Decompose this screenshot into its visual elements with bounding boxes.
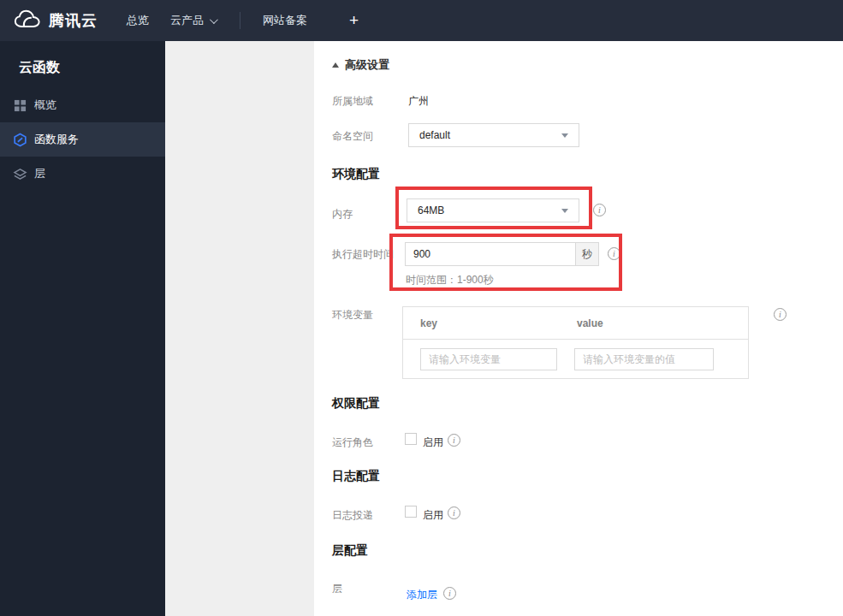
run-role-info-icon[interactable] bbox=[448, 434, 460, 447]
brand-name: 腾讯云 bbox=[49, 10, 98, 31]
chevron-down-icon bbox=[210, 15, 218, 24]
sidebar-item-function-service[interactable]: 函数服务 bbox=[0, 122, 165, 157]
nav-products[interactable]: 云产品 bbox=[170, 13, 216, 28]
sidebar: 云函数 概览 函数服务 bbox=[0, 41, 165, 616]
memory-label: 内存 bbox=[332, 207, 353, 222]
add-layer-link[interactable]: 添加层 bbox=[407, 588, 437, 602]
section-env-config: 环境配置 bbox=[332, 167, 380, 182]
scf-hexagon-icon bbox=[12, 132, 27, 147]
log-delivery-enable-label[interactable]: 启用 bbox=[423, 508, 443, 523]
env-key-input[interactable] bbox=[420, 348, 557, 370]
timeout-label: 执行超时时间 bbox=[332, 247, 394, 262]
advanced-settings-toggle[interactable]: 高级设置 bbox=[332, 57, 389, 73]
add-tab-button[interactable]: + bbox=[349, 11, 359, 30]
run-role-label: 运行角色 bbox=[332, 435, 373, 450]
timeout-input[interactable] bbox=[405, 242, 576, 266]
env-value-header: value bbox=[577, 317, 603, 329]
sidebar-item-label: 概览 bbox=[34, 98, 56, 113]
section-log-config: 日志配置 bbox=[332, 469, 380, 484]
brand-logo[interactable]: 腾讯云 bbox=[14, 9, 98, 33]
env-key-header: key bbox=[420, 317, 437, 329]
collapse-triangle-icon bbox=[332, 62, 339, 68]
chevron-down-icon bbox=[561, 133, 568, 138]
topbar-divider bbox=[240, 12, 240, 29]
secondary-panel bbox=[165, 41, 314, 616]
env-vars-label: 环境变量 bbox=[332, 308, 373, 323]
run-role-checkbox[interactable] bbox=[405, 433, 417, 445]
log-delivery-label: 日志投递 bbox=[332, 508, 373, 523]
topbar: 腾讯云 总览 云产品 网站备案 + bbox=[0, 0, 843, 41]
sidebar-item-overview[interactable]: 概览 bbox=[0, 88, 165, 122]
timeout-info-icon[interactable] bbox=[608, 247, 620, 260]
nav-overview[interactable]: 总览 bbox=[127, 13, 149, 28]
sidebar-item-label: 函数服务 bbox=[34, 132, 79, 147]
section-layer-config: 层配置 bbox=[332, 543, 368, 559]
layer-info-icon[interactable] bbox=[443, 587, 456, 600]
run-role-enable-label[interactable]: 启用 bbox=[423, 435, 443, 450]
timeout-hint: 时间范围：1-900秒 bbox=[406, 273, 494, 287]
chevron-down-icon bbox=[561, 209, 568, 213]
memory-info-icon[interactable] bbox=[593, 204, 606, 216]
settings-form: 高级设置 所属地域 广州 命名空间 default 环境配置 内存 64MB 执… bbox=[314, 41, 843, 616]
namespace-label: 命名空间 bbox=[332, 129, 373, 144]
namespace-select[interactable]: default bbox=[408, 123, 579, 147]
region-value: 广州 bbox=[408, 94, 429, 109]
env-vars-header-row: key value bbox=[403, 307, 748, 340]
region-label: 所属地域 bbox=[332, 94, 373, 109]
layer-label: 层 bbox=[332, 582, 342, 596]
sidebar-item-label: 层 bbox=[34, 166, 45, 181]
memory-select[interactable]: 64MB bbox=[407, 198, 579, 222]
sidebar-item-layers[interactable]: 层 bbox=[0, 157, 165, 191]
tencent-cloud-console: 腾讯云 总览 云产品 网站备案 + 云函数 概览 bbox=[0, 0, 843, 616]
env-value-input[interactable] bbox=[574, 348, 714, 370]
sidebar-title: 云函数 bbox=[0, 41, 165, 88]
nav-beian[interactable]: 网站备案 bbox=[263, 13, 307, 28]
timeout-unit: 秒 bbox=[575, 242, 599, 266]
layers-icon bbox=[12, 166, 27, 181]
env-vars-input-row bbox=[403, 340, 748, 379]
log-delivery-checkbox[interactable] bbox=[405, 506, 417, 518]
cloud-logo-icon bbox=[14, 9, 41, 33]
log-delivery-info-icon[interactable] bbox=[448, 506, 460, 519]
topbar-nav: 总览 云产品 网站备案 + bbox=[127, 11, 359, 30]
env-vars-info-icon[interactable] bbox=[774, 308, 787, 321]
section-perm-config: 权限配置 bbox=[332, 396, 380, 412]
env-vars-table: key value bbox=[402, 306, 749, 379]
grid-icon bbox=[12, 98, 27, 113]
